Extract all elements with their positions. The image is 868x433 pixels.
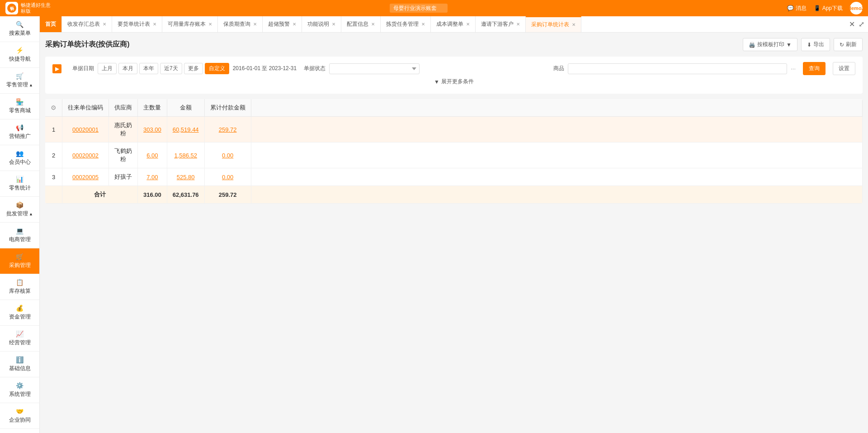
query-btn[interactable]: 查询 — [803, 62, 826, 75]
td-supplier-2: 飞鹤奶粉 — [109, 143, 138, 168]
tab-config-info[interactable]: 配置信息 ✕ — [341, 16, 381, 32]
avatar[interactable]: demo2 — [850, 2, 863, 14]
th-paid: 累计付款金额 — [204, 99, 251, 117]
tab-home[interactable]: 首页 — [40, 16, 62, 32]
sidebar-item-enterprise[interactable]: 🤝 企业协同 — [0, 403, 39, 429]
tab-order-stat[interactable]: 要货单统计表 ✕ — [112, 16, 162, 32]
td-code-2[interactable]: 00020002 — [62, 143, 109, 168]
tab-close-stock-ledger[interactable]: ✕ — [208, 22, 212, 27]
top-bar: 畅 畅捷通好生意 标版 母婴行业演示账套 💬 消息 📱 App下载 d — [0, 0, 868, 16]
td-code-1[interactable]: 00020001 — [62, 117, 109, 143]
date-btn-this-month[interactable]: 本月 — [118, 63, 137, 74]
system-icon: ⚙️ — [16, 382, 24, 389]
content-area: 首页 收发存汇总表 ✕ 要货单统计表 ✕ 可用量库存账本 ✕ 保质期查询 ✕ — [40, 16, 868, 433]
retail-stat-icon: 📊 — [16, 176, 24, 183]
td-footer-label: 合计 — [62, 186, 138, 204]
sidebar-item-finance[interactable]: 💰 资金管理 — [0, 300, 39, 326]
app-download-btn[interactable]: 📱 App下载 — [814, 5, 843, 12]
print-btn[interactable]: 🖨️ 按模板打印 ▼ — [743, 38, 797, 51]
table-row: 1 00020001 惠氏奶粉 303.00 60,519.44 259.72 — [45, 117, 863, 143]
tab-close-function-desc[interactable]: ✕ — [332, 22, 335, 27]
sidebar-item-wholesale[interactable]: 📦 批发管理 ▲ — [0, 197, 39, 223]
tab-close-all-btn[interactable]: ✕ — [849, 20, 855, 29]
date-btn-custom[interactable]: 自定义 — [205, 63, 229, 74]
td-amount-3[interactable]: 525.80 — [167, 168, 204, 186]
td-qty-2[interactable]: 6.00 — [138, 143, 167, 168]
th-amount: 金额 — [167, 99, 204, 117]
td-paid-1[interactable]: 259.72 — [204, 117, 251, 143]
tab-stock-ledger[interactable]: 可用量库存账本 ✕ — [162, 16, 218, 32]
td-code-3[interactable]: 00020005 — [62, 168, 109, 186]
tab-expiry-query[interactable]: 保质期查询 ✕ — [218, 16, 263, 32]
tab-close-overstock-warning[interactable]: ✕ — [292, 22, 296, 27]
sidebar-item-retail-stat[interactable]: 📊 零售统计 — [0, 171, 39, 197]
td-seq-2: 2 — [45, 143, 62, 168]
sidebar-item-store[interactable]: 🏪 零售商城 — [0, 94, 39, 119]
tab-close-receive-summary[interactable]: ✕ — [103, 22, 106, 27]
tab-purchase-stat[interactable]: 采购订单统计表 ✕ — [526, 16, 581, 32]
tab-close-expiry-query[interactable]: ✕ — [253, 22, 257, 27]
page-content: 采购订单统计表(按供应商) 🖨️ 按模板打印 ▼ ⬇ 导出 ↻ — [40, 33, 868, 433]
date-btn-this-year[interactable]: 本年 — [139, 63, 158, 74]
sidebar-item-search[interactable]: 🔍 搜索菜单 — [0, 16, 39, 42]
tab-close-config-info[interactable]: ✕ — [371, 22, 375, 27]
page-header: 采购订单统计表(按供应商) 🖨️ 按模板打印 ▼ ⬇ 导出 ↻ — [45, 38, 863, 51]
sidebar-item-retail[interactable]: 🛒 零售管理 ▲ — [0, 68, 39, 94]
td-paid-2[interactable]: 0.00 — [204, 143, 251, 168]
tab-cost-adjust[interactable]: 成本调整单 ✕ — [431, 16, 476, 32]
tab-pick-task[interactable]: 拣货任务管理 ✕ — [381, 16, 431, 32]
td-qty-3[interactable]: 7.00 — [138, 168, 167, 186]
date-btn-last-month[interactable]: 上月 — [98, 63, 117, 74]
date-btn-more[interactable]: 更多 — [184, 63, 203, 74]
tab-close-pick-task[interactable]: ✕ — [421, 22, 425, 27]
sidebar-item-member[interactable]: 👥 会员中心 — [0, 145, 39, 171]
sidebar-item-purchase[interactable]: 🛒 采购管理 — [0, 248, 39, 274]
th-supplier: 供应商 — [109, 99, 138, 117]
sidebar-item-system[interactable]: ⚙️ 系统管理 — [0, 377, 39, 403]
sidebar-item-inventory[interactable]: 📋 库存核算 — [0, 274, 39, 300]
toggle-expand-btn[interactable]: ▶ — [52, 64, 61, 73]
export-btn[interactable]: ⬇ 导出 — [801, 38, 830, 51]
tab-close-cost-adjust[interactable]: ✕ — [466, 22, 470, 27]
td-paid-3[interactable]: 0.00 — [204, 168, 251, 186]
goods-more-btn[interactable]: ··· — [791, 65, 796, 72]
workspace-select[interactable]: 母婴行业演示账套 — [390, 4, 448, 13]
tab-overstock-warning[interactable]: 超储预警 ✕ — [263, 16, 302, 32]
logo-text: 畅捷通好生意 标版 — [21, 2, 51, 14]
refresh-btn[interactable]: ↻ 刷新 — [834, 38, 863, 51]
tab-function-desc[interactable]: 功能说明 ✕ — [302, 16, 341, 32]
date-btn-last-7days[interactable]: 近7天 — [160, 63, 182, 74]
tab-close-purchase-stat[interactable]: ✕ — [572, 22, 576, 27]
expand-more-btn[interactable]: ▼ 展开更多条件 — [52, 75, 855, 88]
td-amount-1[interactable]: 60,519.44 — [167, 117, 204, 143]
sidebar-item-newguide[interactable]: 🎯 新手引导 — [0, 429, 39, 433]
sidebar-item-ecommerce[interactable]: 💻 电商管理 — [0, 223, 39, 248]
td-footer-empty — [45, 186, 62, 204]
page-header-actions: 🖨️ 按模板打印 ▼ ⬇ 导出 ↻ 刷新 — [743, 38, 863, 51]
td-qty-1[interactable]: 303.00 — [138, 117, 167, 143]
table-footer-row: 合计 316.00 62,631.76 259.72 — [45, 186, 863, 204]
tab-close-invite-downstream[interactable]: ✕ — [516, 22, 520, 27]
sidebar-item-quick[interactable]: ⚡ 快捷导航 — [0, 42, 39, 68]
column-settings-icon[interactable]: ⚙ — [51, 104, 57, 111]
tab-maximize-btn[interactable]: ⤢ — [859, 20, 864, 29]
member-icon: 👥 — [16, 150, 24, 157]
td-amount-2[interactable]: 1,586.52 — [167, 143, 204, 168]
tab-close-order-stat[interactable]: ✕ — [153, 22, 156, 27]
td-extra-1 — [251, 117, 862, 143]
th-settings: ⚙ — [45, 99, 62, 117]
tab-invite-downstream[interactable]: 邀请下游客户 ✕ — [476, 16, 526, 32]
sidebar-item-marketing[interactable]: 📢 营销推广 — [0, 119, 39, 145]
td-footer-qty: 316.00 — [138, 186, 167, 204]
print-dropdown-icon: ▼ — [786, 42, 792, 48]
store-icon: 🏪 — [16, 98, 24, 105]
status-select[interactable] — [329, 63, 420, 74]
page-title: 采购订单统计表(按供应商) — [45, 40, 130, 49]
goods-input[interactable] — [568, 63, 787, 74]
sidebar-item-basic[interactable]: ℹ️ 基础信息 — [0, 352, 39, 377]
sidebar-item-operation[interactable]: 📈 经营管理 — [0, 326, 39, 352]
message-btn[interactable]: 💬 消息 — [787, 5, 807, 12]
tab-receive-summary[interactable]: 收发存汇总表 ✕ — [62, 16, 112, 32]
settings-btn[interactable]: 设置 — [833, 62, 855, 75]
quick-icon: ⚡ — [16, 47, 24, 54]
